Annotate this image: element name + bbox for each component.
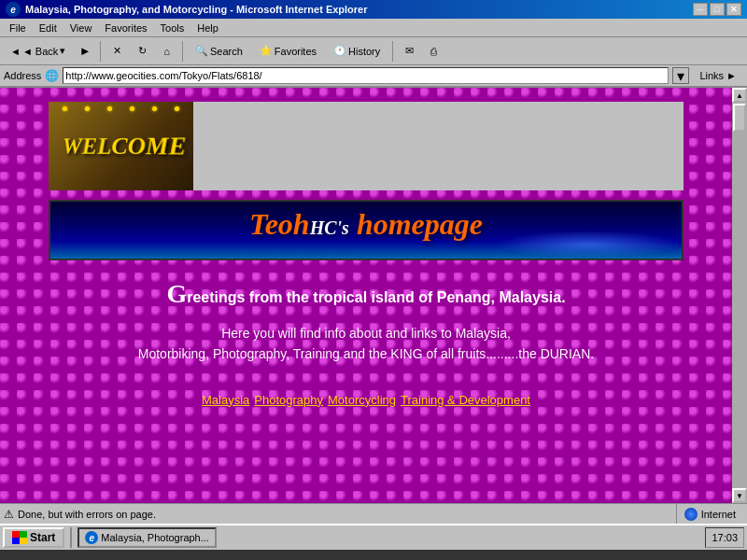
welcome-text: WELCOME (63, 132, 187, 161)
address-go-button[interactable]: ▾ (672, 67, 689, 84)
scroll-up-button[interactable]: ▲ (732, 88, 747, 103)
description-line1: Here you will find info about and links … (138, 323, 594, 343)
window-title: Malaysia, Photography, and Motorcycling … (25, 4, 368, 15)
nav-link-motorcycling[interactable]: Motorcycling (328, 393, 396, 407)
toolbar-separator-2 (182, 41, 183, 62)
history-label: History (348, 46, 380, 57)
description-line2: Motorbiking, Photography, Training and t… (138, 343, 594, 364)
flag-red (12, 531, 20, 538)
toolbar-separator-1 (100, 41, 101, 62)
banner-shine (495, 231, 682, 259)
toolbar-separator-3 (392, 41, 393, 62)
ie-logo: e (6, 2, 21, 17)
minimize-button[interactable]: ─ (693, 3, 708, 16)
back-dropdown-icon: ▾ (60, 45, 65, 57)
forward-button[interactable]: ► (76, 40, 94, 63)
close-button[interactable]: ✕ (726, 3, 741, 16)
start-button[interactable]: Start (3, 527, 64, 548)
flag-green (20, 531, 27, 538)
greeting-content: reetings from the tropical island of Pen… (187, 289, 565, 305)
maximize-button[interactable]: □ (710, 3, 725, 16)
taskbar-item-label: Malaysia, Photograph... (101, 532, 209, 543)
history-icon: 🕐 (333, 45, 346, 57)
title-bar-controls: ─ □ ✕ (693, 3, 741, 16)
light-dot (152, 106, 157, 111)
webpage-inner: WELCOME TeohHC's homepage Greetings from… (0, 88, 732, 503)
search-label: Search (210, 46, 243, 57)
taskbar-clock: 17:03 (705, 527, 744, 548)
menu-bar: File Edit View Favorites Tools Help (0, 19, 747, 37)
favorites-button[interactable]: ⭐ Favorites (253, 40, 323, 63)
status-zone: Internet (676, 504, 743, 524)
scroll-track (732, 103, 747, 488)
stop-icon: ✕ (113, 45, 121, 57)
menu-favorites[interactable]: Favorites (99, 21, 152, 35)
description-text: Here you will find info about and links … (138, 323, 594, 365)
windows-flag-icon (12, 531, 27, 544)
flag-blue (12, 538, 20, 544)
menu-tools[interactable]: Tools (155, 21, 190, 35)
address-label: Address (4, 70, 41, 81)
status-warning-icon: ⚠ (4, 508, 14, 521)
menu-view[interactable]: View (64, 21, 98, 35)
favorites-icon: ⭐ (260, 45, 273, 57)
back-label: ◄ Back (22, 46, 58, 57)
webpage: WELCOME TeohHC's homepage Greetings from… (0, 88, 732, 503)
taskbar-separator (70, 527, 72, 548)
status-bar: ⚠ Done, but with errors on page. Interne… (0, 503, 747, 524)
back-arrow-icon: ◄ (10, 46, 21, 57)
home-button[interactable]: ⌂ (157, 40, 176, 63)
banner-text: TeohHC's homepage (249, 207, 483, 253)
back-button[interactable]: ◄ ◄ Back ▾ (4, 40, 72, 63)
menu-edit[interactable]: Edit (34, 21, 63, 35)
toolbar: ◄ ◄ Back ▾ ► ✕ ↻ ⌂ 🔍 Search ⭐ Favorites … (0, 37, 747, 65)
light-dot (107, 106, 112, 111)
history-button[interactable]: 🕐 History (327, 40, 387, 63)
light-dot (175, 106, 179, 111)
nav-links: Malaysia Photography Motorcycling Traini… (202, 393, 530, 407)
welcome-lights (53, 106, 189, 111)
search-icon: 🔍 (195, 45, 208, 57)
zone-globe-icon (684, 508, 698, 521)
print-icon: ⎙ (430, 46, 437, 57)
homepage-banner: TeohHC's homepage (49, 200, 684, 260)
mail-icon: ✉ (405, 45, 414, 57)
address-input[interactable] (63, 67, 669, 84)
light-dot (130, 106, 134, 111)
scroll-thumb[interactable] (733, 104, 746, 132)
search-button[interactable]: 🔍 Search (189, 40, 249, 63)
title-bar: e Malaysia, Photography, and Motorcyclin… (0, 0, 747, 19)
links-button[interactable]: Links ► (693, 68, 743, 83)
content-area: WELCOME TeohHC's homepage Greetings from… (0, 88, 747, 503)
address-icon: 🌐 (45, 69, 59, 82)
flag-yellow (20, 538, 27, 544)
home-icon: ⌂ (163, 46, 170, 57)
favorites-label: Favorites (275, 46, 317, 57)
stop-button[interactable]: ✕ (106, 40, 128, 63)
refresh-button[interactable]: ↻ (132, 40, 153, 63)
menu-file[interactable]: File (4, 21, 32, 35)
top-area: WELCOME (49, 102, 684, 190)
start-label: Start (30, 531, 55, 544)
light-dot (85, 106, 90, 111)
nav-link-photography[interactable]: Photography (254, 393, 323, 407)
mail-button[interactable]: ✉ (399, 40, 420, 63)
status-message: Done, but with errors on page. (18, 509, 672, 520)
nav-link-malaysia[interactable]: Malaysia (202, 393, 249, 407)
nav-link-training[interactable]: Training & Development (401, 393, 530, 407)
big-g: G (166, 279, 187, 308)
menu-help[interactable]: Help (191, 21, 224, 35)
content-wrapper: WELCOME TeohHC's homepage Greetings from… (49, 102, 684, 407)
gray-placeholder-box (193, 102, 684, 190)
clock-time: 17:03 (712, 532, 738, 543)
print-button[interactable]: ⎙ (424, 40, 444, 63)
zone-label: Internet (701, 509, 736, 520)
taskbar-ie-icon: e (85, 531, 98, 544)
taskbar-ie-item[interactable]: e Malaysia, Photograph... (78, 527, 217, 548)
forward-icon: ► (79, 44, 92, 58)
scroll-down-button[interactable]: ▼ (732, 488, 747, 503)
scrollbar[interactable]: ▲ ▼ (732, 88, 747, 503)
address-bar: Address 🌐 ▾ Links ► (0, 65, 747, 88)
taskbar: Start e Malaysia, Photograph... 17:03 (0, 524, 747, 550)
welcome-image: WELCOME (49, 102, 193, 190)
